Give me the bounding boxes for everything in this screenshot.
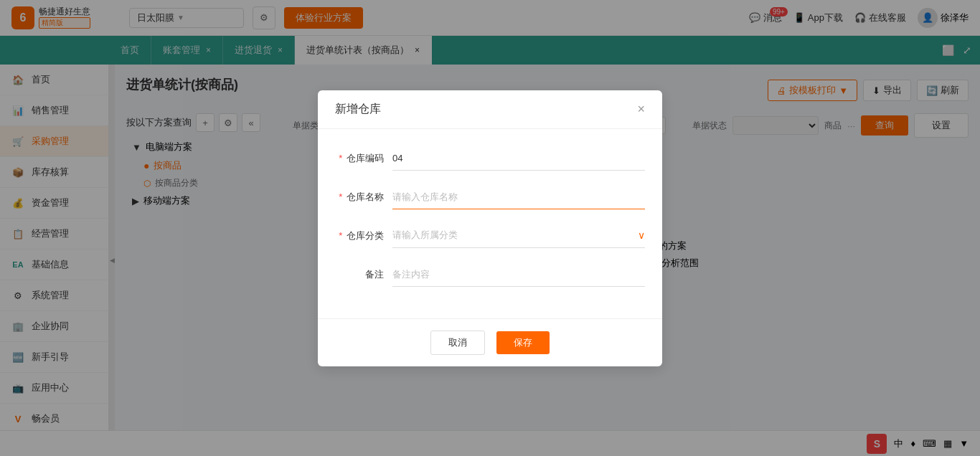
name-input[interactable] xyxy=(392,185,645,209)
modal-footer: 取消 保存 xyxy=(318,318,662,366)
category-placeholder: 请输入所属分类 xyxy=(392,229,458,242)
category-required-marker: * xyxy=(339,230,342,241)
note-label: 备注 xyxy=(335,268,392,281)
modal-overlay: 新增仓库 × * 仓库编码 * 仓库名称 xyxy=(0,0,980,456)
modal-header: 新增仓库 × xyxy=(318,90,662,129)
form-item-note: 备注 xyxy=(335,262,645,287)
name-required-marker: * xyxy=(339,191,342,202)
modal-close-btn[interactable]: × xyxy=(637,102,645,117)
category-label: * 仓库分类 xyxy=(335,229,392,242)
code-input[interactable] xyxy=(392,146,645,171)
category-select[interactable]: 请输入所属分类 ∨ xyxy=(392,224,645,248)
modal-body: * 仓库编码 * 仓库名称 * 仓库分类 请输入所属 xyxy=(318,129,662,318)
category-dropdown-icon: ∨ xyxy=(638,229,645,241)
name-label: * 仓库名称 xyxy=(335,191,392,204)
code-label: * 仓库编码 xyxy=(335,152,392,165)
form-item-code: * 仓库编码 xyxy=(335,146,645,171)
form-item-category: * 仓库分类 请输入所属分类 ∨ xyxy=(335,224,645,248)
code-required-marker: * xyxy=(339,153,342,163)
cancel-button[interactable]: 取消 xyxy=(430,331,485,355)
modal-title: 新增仓库 xyxy=(335,102,381,117)
warehouse-modal: 新增仓库 × * 仓库编码 * 仓库名称 xyxy=(318,90,662,366)
save-button[interactable]: 保存 xyxy=(496,331,550,354)
note-input[interactable] xyxy=(392,262,645,287)
form-item-name: * 仓库名称 xyxy=(335,185,645,209)
